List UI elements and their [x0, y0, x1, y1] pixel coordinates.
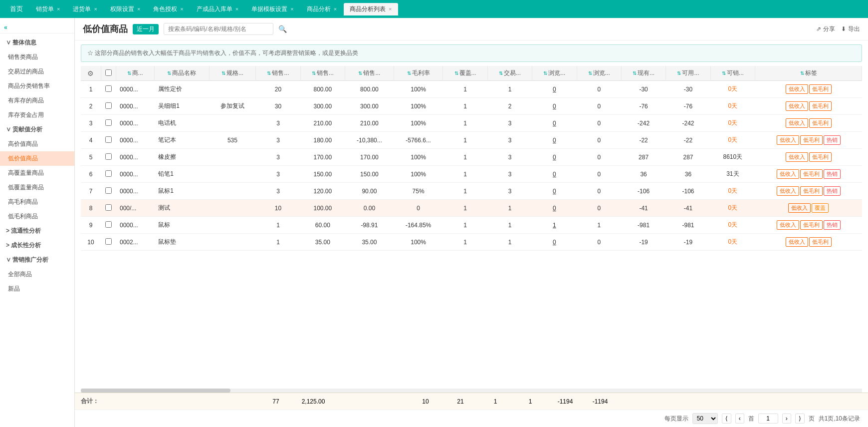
row-checkbox[interactable] — [101, 234, 116, 251]
view1-link[interactable]: 0 — [553, 120, 556, 127]
column-name[interactable]: ⇅商品名称 — [154, 66, 209, 81]
column-sales-amt[interactable]: ⇅销售... — [300, 66, 345, 81]
prev-page-btn[interactable]: ‹ — [735, 414, 744, 424]
nav-close-sales[interactable]: × — [57, 6, 60, 12]
search-input[interactable] — [164, 23, 273, 35]
sidebar-collapse-btn[interactable]: « — [4, 24, 7, 31]
scrollbar-thumb[interactable] — [81, 389, 230, 393]
row-checkbox[interactable] — [101, 132, 116, 149]
sidebar-item-all-products[interactable]: 全部商品 — [0, 267, 74, 282]
view1-link[interactable]: 0 — [553, 137, 556, 144]
sidebar-item-capital[interactable]: 库存资金占用 — [0, 108, 74, 122]
next-page-btn[interactable]: › — [782, 414, 791, 424]
sidebar-item-category-rate[interactable]: 商品分类销售率 — [0, 79, 74, 93]
row-view1[interactable]: 0 — [532, 132, 577, 149]
nav-template[interactable]: 单据模板设置 × — [245, 3, 299, 15]
sidebar-item-new-products[interactable]: 新品 — [0, 282, 74, 296]
row-view1[interactable]: 0 — [532, 200, 577, 217]
per-page-select[interactable]: 50 100 — [692, 413, 718, 424]
view1-link[interactable]: 0 — [553, 239, 556, 246]
row-view1[interactable]: 1 — [532, 217, 577, 234]
view1-link[interactable]: 0 — [553, 171, 556, 178]
nav-close-role[interactable]: × — [180, 6, 183, 12]
row-checkbox[interactable] — [101, 115, 116, 132]
column-code[interactable]: ⇅商... — [116, 66, 154, 81]
view1-link[interactable]: 0 — [553, 188, 556, 195]
column-sales-cost[interactable]: ⇅销售... — [345, 66, 394, 81]
column-trade[interactable]: ⇅交易... — [487, 66, 532, 81]
row-select-checkbox[interactable] — [105, 221, 112, 228]
column-view1[interactable]: ⇅浏览... — [532, 66, 577, 81]
column-settings[interactable]: ⚙ — [81, 66, 101, 81]
period-badge[interactable]: 近一月 — [133, 24, 159, 34]
row-view1[interactable]: 0 — [532, 115, 577, 132]
sidebar-item-sales-category[interactable]: 销售类商品 — [0, 50, 74, 64]
search-icon[interactable]: 🔍 — [278, 25, 287, 33]
view1-link[interactable]: 0 — [553, 103, 556, 110]
row-select-checkbox[interactable] — [105, 170, 112, 177]
row-view1[interactable]: 0 — [532, 81, 577, 98]
last-page-btn[interactable]: ⟩ — [795, 414, 805, 424]
scrollbar-area[interactable] — [81, 389, 862, 393]
sidebar-section-growth[interactable]: > 成长性分析 — [0, 238, 74, 253]
sidebar-item-high-value[interactable]: 高价值商品 — [0, 137, 74, 151]
row-select-checkbox[interactable] — [105, 102, 112, 109]
share-button[interactable]: ⇗ 分享 — [816, 25, 835, 33]
view1-link[interactable]: 0 — [553, 86, 556, 93]
nav-close-purchase[interactable]: × — [94, 6, 97, 12]
nav-product-in[interactable]: 产成品入库单 × — [191, 3, 244, 15]
row-view1[interactable]: 0 — [532, 183, 577, 200]
first-page-btn[interactable]: ⟨ — [722, 414, 731, 424]
row-select-checkbox[interactable] — [105, 119, 112, 126]
column-spec[interactable]: ⇅规格... — [209, 66, 256, 81]
row-checkbox[interactable] — [101, 217, 116, 234]
sidebar-item-stock[interactable]: 有库存的商品 — [0, 93, 74, 108]
sidebar-item-traded[interactable]: 交易过的商品 — [0, 64, 74, 79]
nav-permissions[interactable]: 权限设置 × — [104, 3, 146, 15]
row-checkbox[interactable] — [101, 200, 116, 217]
nav-role[interactable]: 角色授权 × — [147, 3, 189, 15]
sidebar-item-low-value[interactable]: 低价值商品 — [0, 151, 74, 166]
page-number-input[interactable] — [758, 414, 778, 424]
sidebar-section-liquidity[interactable]: > 流通性分析 — [0, 224, 74, 238]
row-select-checkbox[interactable] — [105, 187, 112, 194]
column-available[interactable]: ⇅可用... — [666, 66, 710, 81]
column-view2[interactable]: ⇅浏览... — [577, 66, 621, 81]
row-select-checkbox[interactable] — [105, 136, 112, 143]
view1-link[interactable]: 1 — [553, 222, 556, 229]
row-checkbox[interactable] — [101, 98, 116, 115]
column-current[interactable]: ⇅现有... — [621, 66, 665, 81]
sidebar-item-low-margin[interactable]: 低毛利商品 — [0, 209, 74, 224]
export-button[interactable]: ⬇ 导出 — [841, 25, 860, 33]
row-view1[interactable]: 0 — [532, 98, 577, 115]
nav-close-permissions[interactable]: × — [137, 6, 140, 12]
table-container[interactable]: ⚙ ⇅商... ⇅商品名称 ⇅规格... ⇅销售... ⇅销售... ⇅销售..… — [81, 66, 862, 389]
row-select-checkbox[interactable] — [105, 85, 112, 92]
row-select-checkbox[interactable] — [105, 204, 112, 211]
row-view1[interactable]: 0 — [532, 166, 577, 183]
settings-icon[interactable]: ⚙ — [87, 69, 94, 77]
column-tags[interactable]: ⇅标签 — [755, 66, 862, 81]
nav-purchase[interactable]: 进货单 × — [67, 3, 103, 15]
view1-link[interactable]: 0 — [553, 205, 556, 212]
select-all-checkbox[interactable] — [105, 69, 112, 76]
sidebar-item-low-coverage[interactable]: 低覆盖量商品 — [0, 180, 74, 195]
nav-close-analysis-list[interactable]: × — [389, 6, 392, 12]
row-checkbox[interactable] — [101, 149, 116, 166]
sidebar-item-high-coverage[interactable]: 高覆盖量商品 — [0, 166, 74, 180]
nav-sales[interactable]: 销货单 × — [30, 3, 66, 15]
column-margin[interactable]: ⇅毛利率 — [394, 66, 443, 81]
view1-link[interactable]: 0 — [553, 154, 556, 161]
nav-close-template[interactable]: × — [290, 6, 293, 12]
nav-home[interactable]: 首页 — [4, 2, 29, 15]
row-checkbox[interactable] — [101, 183, 116, 200]
nav-analysis-list[interactable]: 商品分析列表 × — [344, 3, 398, 15]
column-sales-qty[interactable]: ⇅销售... — [256, 66, 300, 81]
row-checkbox[interactable] — [101, 81, 116, 98]
row-view1[interactable]: 0 — [532, 149, 577, 166]
column-coverage[interactable]: ⇅覆盖... — [443, 66, 487, 81]
column-saleable[interactable]: ⇅可销... — [710, 66, 755, 81]
row-select-checkbox[interactable] — [105, 153, 112, 160]
row-select-checkbox[interactable] — [105, 238, 112, 245]
nav-close-product-in[interactable]: × — [235, 6, 238, 12]
